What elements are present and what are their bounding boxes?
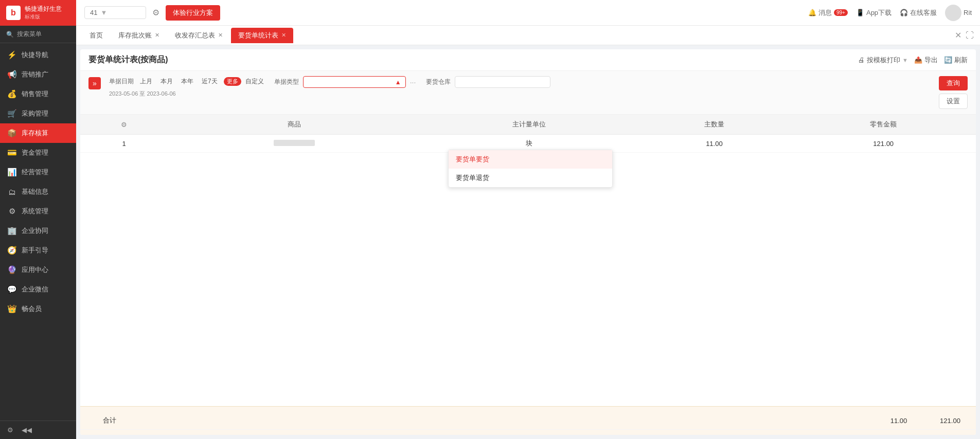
col-settings: ⚙ [80, 115, 168, 135]
settings-bottom-icon[interactable]: ⚙ [7, 426, 13, 434]
tab-batch-close[interactable]: ✕ [155, 32, 159, 39]
custom-date-option[interactable]: 自定义 [245, 77, 264, 86]
page-content: 要货单统计表(按商品) 🖨 按模板打印 ▼ 📤 导出 🔄 刷新 » [80, 49, 976, 435]
warehouse-filter-group: 要货仓库 [426, 76, 550, 88]
print-template-button[interactable]: 🖨 按模板打印 ▼ [858, 56, 908, 65]
tab-summary-close[interactable]: ✕ [218, 32, 223, 39]
sidebar-item-quick[interactable]: ⚡ 快捷导航 [0, 45, 76, 65]
dropdown-item-yaohuodanyaohuo[interactable]: 要货单要货 [449, 150, 612, 169]
sidebar-item-guide[interactable]: 🧭 新手引导 [0, 241, 76, 260]
enterprise-icon: 🏢 [7, 226, 16, 235]
sidebar-item-operation[interactable]: 📊 经营管理 [0, 162, 76, 182]
more-date-badge[interactable]: 更多 [224, 77, 241, 86]
refresh-icon: 🔄 [944, 56, 952, 64]
sidebar-bottom: ⚙ ◀◀ [0, 420, 76, 439]
date-range-display: 2023-05-06 至 2023-06-06 [109, 90, 264, 98]
member-icon: 👑 [7, 304, 16, 314]
date-filter-row: 单据日期 上月 本月 本年 近7天 更多 自定义 [109, 76, 264, 87]
sidebar-item-system[interactable]: ⚙ 系统管理 [0, 202, 76, 221]
filter-expand-button[interactable]: » [88, 77, 101, 89]
sidebar-item-inventory[interactable]: 📦 库存核算 [0, 123, 76, 143]
online-service-action[interactable]: 🎧 在线客服 [900, 8, 937, 17]
export-icon: 📤 [914, 56, 922, 64]
system-icon: ⚙ [7, 207, 16, 216]
app-name: 畅捷通好生意 [25, 5, 62, 13]
tab-summary-label: 收发存汇总表 [175, 31, 215, 40]
dropdown-item-yaohuodantuihuo[interactable]: 要货单退货 [449, 169, 612, 187]
type-input[interactable] [308, 78, 395, 86]
page-header-actions: 🖨 按模板打印 ▼ 📤 导出 🔄 刷新 [858, 56, 968, 65]
bell-icon: 🔔 [808, 9, 816, 16]
sidebar: b 畅捷通好生意 标准版 🔍 搜索菜单 ⚡ 快捷导航 📢 营销推广 💰 销售管理… [0, 0, 76, 439]
quick-icon: ⚡ [7, 50, 16, 60]
industry-solution-button[interactable]: 体验行业方案 [166, 5, 220, 21]
sidebar-item-finance[interactable]: 💳 资金管理 [0, 143, 76, 162]
operation-icon: 📊 [7, 168, 16, 177]
store-selector[interactable]: 41 ▼ [84, 6, 146, 19]
finance-icon: 💳 [7, 148, 16, 157]
this-year-option[interactable]: 本年 [179, 76, 195, 87]
tab-home[interactable]: 首页 [82, 28, 110, 43]
sidebar-item-wechat[interactable]: 💬 企业微信 [0, 280, 76, 299]
filter-actions: 查询 设置 [939, 76, 968, 109]
basic-icon: 🗂 [7, 188, 16, 196]
online-service-label: 在线客服 [910, 8, 937, 17]
print-label: 按模板打印 [867, 56, 900, 65]
sidebar-item-sales[interactable]: 💰 销售管理 [0, 84, 76, 104]
collapse-icon[interactable]: ◀◀ [22, 426, 32, 434]
notifications-action[interactable]: 🔔 消息 99+ [808, 8, 848, 17]
cell-amount: 121.00 [791, 135, 976, 153]
dropdown-option-label: 要货单退货 [456, 174, 489, 181]
warehouse-selector[interactable] [455, 76, 550, 88]
settings-button[interactable]: 设置 [939, 94, 968, 109]
type-selector[interactable]: ▲ [303, 76, 406, 88]
sidebar-item-label: 畅会员 [22, 304, 42, 314]
sidebar-item-label: 企业微信 [22, 285, 48, 294]
column-settings-icon[interactable]: ⚙ [121, 121, 127, 129]
close-all-icon[interactable]: ✕ [955, 30, 961, 40]
prev-month-option[interactable]: 上月 [138, 76, 154, 87]
tab-order-stats-close[interactable]: ✕ [281, 32, 286, 39]
tab-batch[interactable]: 库存批次账 ✕ [111, 28, 167, 43]
sidebar-item-purchase[interactable]: 🛒 采购管理 [0, 104, 76, 123]
sidebar-item-label: 销售管理 [22, 89, 48, 99]
sidebar-item-basic[interactable]: 🗂 基础信息 [0, 182, 76, 202]
phone-icon: 📱 [856, 9, 864, 16]
col-unit: 主计量单位 [421, 115, 637, 135]
avatar [945, 5, 961, 21]
last-7days-option[interactable]: 近7天 [200, 76, 220, 87]
select-up-icon: ▲ [395, 79, 401, 86]
sidebar-search[interactable]: 🔍 搜索菜单 [0, 26, 76, 43]
refresh-button[interactable]: 🔄 刷新 [944, 56, 968, 65]
type-filter-row: 单据类型 ▲ ··· [274, 76, 416, 88]
sidebar-item-member[interactable]: 👑 畅会员 [0, 299, 76, 319]
expand-tabs-icon[interactable]: ⛶ [966, 31, 974, 40]
this-month-option[interactable]: 本月 [158, 76, 175, 87]
warehouse-input[interactable] [459, 78, 546, 86]
app-download-action[interactable]: 📱 App下载 [856, 8, 892, 17]
footer-row: 合计 11.00 121.00 [80, 412, 976, 430]
tab-order-stats[interactable]: 要货单统计表 ✕ [231, 28, 293, 43]
data-table: ⚙ 商品 主计量单位 主数量 零售金额 [80, 115, 976, 153]
sidebar-item-label: 快捷导航 [22, 50, 48, 60]
date-filter-group: 单据日期 上月 本月 本年 近7天 更多 自定义 2023-05-06 至 20… [109, 76, 264, 98]
sidebar-item-label: 系统管理 [22, 207, 48, 216]
search-label: 搜索菜单 [17, 30, 42, 39]
sidebar-item-marketing[interactable]: 📢 营销推广 [0, 65, 76, 84]
export-button[interactable]: 📤 导出 [914, 56, 938, 65]
filter-bar: » 单据日期 上月 本月 本年 近7天 更多 自定义 2023-05-06 至 … [80, 71, 976, 115]
type-more-icon[interactable]: ··· [410, 78, 416, 86]
tab-summary[interactable]: 收发存汇总表 ✕ [168, 28, 230, 43]
page-title: 要货单统计表(按商品) [88, 54, 168, 65]
tabs-controls: ✕ ⛶ [955, 30, 974, 40]
cell-index: 1 [80, 135, 168, 153]
query-button[interactable]: 查询 [939, 76, 968, 90]
gear-icon[interactable]: ⚙ [152, 8, 159, 17]
sidebar-item-apps[interactable]: 🔮 应用中心 [0, 260, 76, 280]
col-amount: 零售金额 [791, 115, 976, 135]
app-version: 标准版 [25, 13, 62, 21]
sidebar-item-enterprise[interactable]: 🏢 企业协同 [0, 221, 76, 241]
warehouse-filter-row: 要货仓库 [426, 76, 550, 88]
sales-icon: 💰 [7, 89, 16, 99]
user-avatar-action[interactable]: Rit [945, 5, 972, 21]
